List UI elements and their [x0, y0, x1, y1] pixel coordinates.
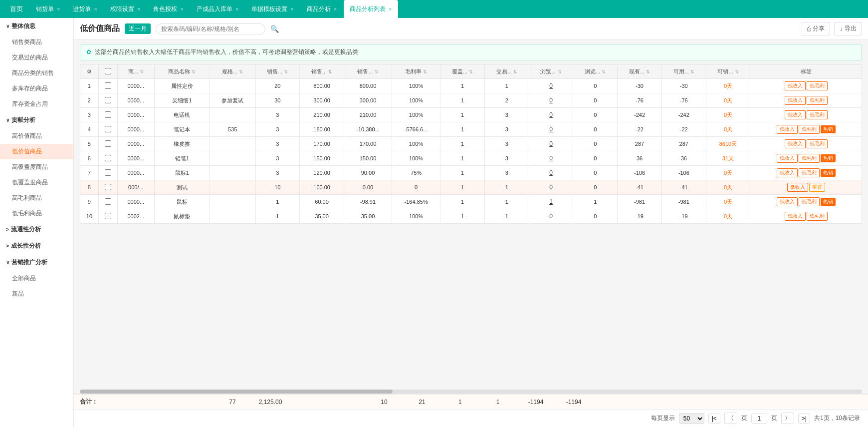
prev-page-button[interactable]: 〈 — [724, 413, 737, 424]
nav-purchase[interactable]: 进货单 × — [67, 0, 103, 18]
th-price[interactable]: 销售... ⇅ — [300, 65, 344, 79]
cell-browse1[interactable]: 0 — [529, 93, 573, 108]
nav-role[interactable]: 角色授权 × — [147, 0, 189, 18]
browse1-link[interactable]: 0 — [549, 111, 553, 118]
row-checkbox[interactable] — [105, 213, 111, 219]
nav-analysis[interactable]: 商品分析 × — [301, 0, 343, 18]
browse1-link[interactable]: 0 — [549, 140, 553, 147]
cell-check[interactable] — [98, 122, 117, 137]
sidebar-item-high-margin[interactable]: 高毛利商品 — [0, 190, 73, 206]
th-available[interactable]: 可用... ⇅ — [661, 65, 706, 79]
first-page-button[interactable]: |< — [708, 414, 720, 424]
cell-browse1[interactable]: 0 — [529, 209, 573, 224]
cell-check[interactable] — [98, 93, 117, 108]
sidebar-group-circulation[interactable]: > 流通性分析 — [0, 221, 73, 238]
th-checkbox[interactable] — [98, 65, 117, 79]
nav-product-instock[interactable]: 产成品入库单 × — [191, 0, 244, 18]
search-icon[interactable]: 🔍 — [270, 25, 279, 33]
browse1-link[interactable]: 0 — [549, 155, 553, 162]
cell-browse1[interactable]: 0 — [529, 180, 573, 195]
filter-month-button[interactable]: 近一月 — [125, 23, 151, 34]
th-code[interactable]: 商... ⇅ — [117, 65, 154, 79]
row-checkbox[interactable] — [105, 97, 111, 103]
cell-check[interactable] — [98, 180, 117, 195]
cell-browse1[interactable]: 0 — [529, 151, 573, 166]
th-saleable[interactable]: 可销... ⇅ — [706, 65, 750, 79]
nav-close-role[interactable]: × — [180, 6, 183, 12]
th-browse2[interactable]: 浏览... ⇅ — [573, 65, 618, 79]
nav-analysis-list[interactable]: 商品分析列表 × — [344, 0, 398, 18]
export-button[interactable]: ↓ 导出 — [834, 22, 862, 35]
nav-permission[interactable]: 权限设置 × — [104, 0, 146, 18]
row-checkbox[interactable] — [105, 111, 111, 118]
sidebar-item-high-coverage[interactable]: 高覆盖度商品 — [0, 159, 73, 175]
cell-browse1[interactable]: 0 — [529, 79, 573, 93]
page-input[interactable] — [751, 414, 767, 424]
cell-browse1[interactable]: 0 — [529, 166, 573, 180]
cell-check[interactable] — [98, 151, 117, 166]
nav-close-purchase[interactable]: × — [94, 6, 97, 12]
scroll-thumb[interactable] — [80, 390, 393, 394]
nav-close-permission[interactable]: × — [137, 6, 140, 12]
browse1-link[interactable]: 0 — [549, 213, 553, 220]
th-tags[interactable]: 标签 — [750, 65, 862, 79]
sidebar-group-overall[interactable]: ∨ 整体信息 — [0, 18, 73, 34]
sidebar-group-marketing[interactable]: ∨ 营销推广分析 — [0, 254, 73, 271]
per-page-select[interactable]: 50 100 200 — [679, 413, 704, 424]
nav-close-analysis[interactable]: × — [334, 6, 337, 12]
sidebar-item-category-sales[interactable]: 商品分类的销售 — [0, 65, 73, 81]
th-name[interactable]: 商品名称 ⇅ — [154, 65, 210, 79]
th-gross-rate[interactable]: 毛利率 ⇅ — [392, 65, 440, 79]
cell-browse1[interactable]: 0 — [529, 122, 573, 137]
cell-browse1[interactable]: 0 — [529, 108, 573, 122]
cell-browse1[interactable]: 0 — [529, 137, 573, 151]
browse1-link[interactable]: 0 — [549, 82, 553, 89]
th-trade[interactable]: 交易... ⇅ — [484, 65, 529, 79]
th-amount[interactable]: 销售... ⇅ — [344, 65, 392, 79]
cell-check[interactable] — [98, 108, 117, 122]
cell-check[interactable] — [98, 195, 117, 209]
browse1-link[interactable]: 0 — [549, 184, 553, 191]
cell-check[interactable] — [98, 137, 117, 151]
sidebar-item-sales-products[interactable]: 销售类商品 — [0, 34, 73, 50]
select-all-checkbox[interactable] — [105, 68, 111, 74]
horizontal-scrollbar[interactable] — [80, 390, 862, 394]
cell-browse1[interactable]: 1 — [529, 195, 573, 209]
nav-close-analysis-list[interactable]: × — [389, 6, 392, 12]
nav-template[interactable]: 单据模板设置 × — [245, 0, 299, 18]
row-checkbox[interactable] — [105, 126, 111, 132]
nav-sales[interactable]: 销货单 × — [30, 0, 66, 18]
th-stock[interactable]: 现有... ⇅ — [618, 65, 662, 79]
nav-home[interactable]: 首页 — [4, 0, 29, 18]
sidebar-item-new-products[interactable]: 新品 — [0, 286, 73, 302]
sidebar-item-low-margin[interactable]: 低毛利商品 — [0, 206, 73, 221]
sidebar-item-low-value[interactable]: 低价值商品 — [0, 144, 73, 159]
sidebar-item-stock-capital[interactable]: 库存资金占用 — [0, 96, 73, 112]
th-coverage[interactable]: 覆盖... ⇅ — [440, 65, 485, 79]
cell-check[interactable] — [98, 166, 117, 180]
nav-close-template[interactable]: × — [290, 6, 293, 12]
browse1-link[interactable]: 0 — [549, 97, 553, 104]
last-page-button[interactable]: >| — [798, 414, 810, 424]
browse1-link[interactable]: 1 — [549, 198, 553, 205]
share-button[interactable]: ⎙ 分享 — [802, 22, 830, 35]
row-checkbox[interactable] — [105, 155, 111, 161]
nav-close-sales[interactable]: × — [57, 6, 60, 12]
sidebar-item-all-products[interactable]: 全部商品 — [0, 271, 73, 286]
sidebar-item-traded-products[interactable]: 交易过的商品 — [0, 50, 73, 65]
row-checkbox[interactable] — [105, 82, 111, 89]
sidebar-item-high-value[interactable]: 高价值商品 — [0, 128, 73, 144]
browse1-link[interactable]: 0 — [549, 126, 553, 133]
row-checkbox[interactable] — [105, 198, 111, 205]
search-input[interactable] — [156, 23, 265, 34]
sidebar-item-low-coverage[interactable]: 低覆盖度商品 — [0, 175, 73, 190]
sidebar-group-contribution[interactable]: ∨ 贡献分析 — [0, 112, 73, 128]
th-browse1[interactable]: 浏览... ⇅ — [529, 65, 573, 79]
browse1-link[interactable]: 0 — [549, 169, 553, 176]
nav-close-product[interactable]: × — [235, 6, 238, 12]
th-settings[interactable]: ⚙ — [80, 65, 99, 79]
sidebar-item-multi-stock[interactable]: 多库存的商品 — [0, 81, 73, 96]
th-qty[interactable]: 销售... ⇅ — [255, 65, 300, 79]
row-checkbox[interactable] — [105, 169, 111, 176]
cell-check[interactable] — [98, 209, 117, 224]
